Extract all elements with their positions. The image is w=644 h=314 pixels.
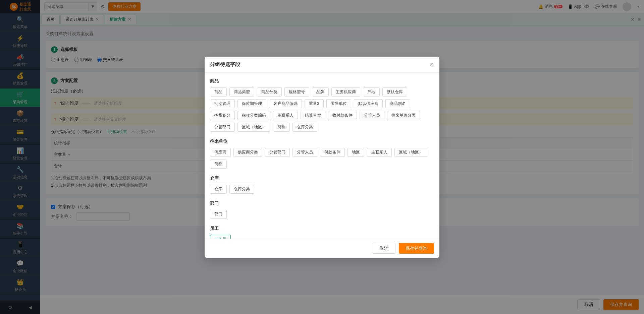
tag-dept[interactable]: 部门 — [210, 210, 227, 219]
tag-default-supplier[interactable]: 默认供应商 — [354, 99, 383, 108]
modal-footer: 取消 保存并查询 — [205, 239, 439, 258]
section-employee-title: 员工 — [210, 226, 434, 232]
modal-dialog: 分组待选字段 ✕ 商品 商品 商品类型 商品分类 规格型号 品牌 主要供应商 产… — [205, 57, 439, 258]
tag-dept-mgmt2[interactable]: 分管部门 — [265, 148, 290, 157]
tag-pick-points[interactable]: 拣货积分 — [210, 111, 235, 120]
tag-warehouse[interactable]: 仓库 — [210, 185, 227, 194]
modal-close-button[interactable]: ✕ — [430, 61, 434, 68]
tag-goods-type[interactable]: 商品类型 — [229, 87, 254, 97]
section-counterpart-tags: 供应商 供应商分类 分管部门 分管人员 付款条件 地区 主联系人 区域（地区） … — [210, 148, 434, 169]
tag-retail-unit[interactable]: 零售单位 — [326, 99, 351, 108]
modal-save-button[interactable]: 保存并查询 — [399, 243, 434, 254]
tag-shelf-life[interactable]: 保质期管理 — [237, 99, 266, 108]
section-dept-tags: 部门 — [210, 210, 434, 219]
tag-counterpart-category[interactable]: 往来单位分类 — [387, 111, 420, 120]
tag-main-contact2[interactable]: 主联系人 — [367, 148, 392, 157]
tag-spec-model[interactable]: 规格型号 — [284, 87, 309, 97]
tag-payment-cond[interactable]: 付款条件 — [320, 148, 345, 157]
section-goods: 商品 商品 商品类型 商品分类 规格型号 品牌 主要供应商 产地 默认仓库 批次… — [210, 78, 434, 132]
tag-supplier[interactable]: 供应商 — [210, 148, 231, 157]
tag-short-name[interactable]: 简称 — [273, 123, 290, 132]
tag-goods[interactable]: 商品 — [210, 87, 227, 97]
tag-region-area[interactable]: 区域（地区） — [394, 148, 427, 157]
modal-header: 分组待选字段 ✕ — [205, 57, 439, 73]
modal-overlay: 分组待选字段 ✕ 商品 商品 商品类型 商品分类 规格型号 品牌 主要供应商 产… — [0, 0, 644, 314]
modal-title: 分组待选字段 — [210, 61, 240, 68]
tag-goods-category[interactable]: 商品分类 — [257, 87, 282, 97]
tag-supervisor2[interactable]: 分管人员 — [292, 148, 317, 157]
section-goods-tags: 商品 商品类型 商品分类 规格型号 品牌 主要供应商 产地 默认仓库 批次管理 … — [210, 87, 434, 132]
tag-supplier-category[interactable]: 供应商分类 — [233, 148, 262, 157]
tag-supervisor[interactable]: 分管人员 — [360, 111, 384, 120]
tag-warehouse-category[interactable]: 仓库分类 — [292, 123, 317, 132]
tag-main-contact[interactable]: 主联系人 — [273, 111, 298, 120]
section-goods-title: 商品 — [210, 78, 434, 84]
modal-body: 商品 商品 商品类型 商品分类 规格型号 品牌 主要供应商 产地 默认仓库 批次… — [205, 73, 439, 239]
tag-region2[interactable]: 地区 — [347, 148, 364, 157]
section-counterpart-title: 往来单位 — [210, 138, 434, 144]
tag-tax-code[interactable]: 税收分类编码 — [237, 111, 270, 120]
tag-default-warehouse[interactable]: 默认仓库 — [382, 87, 407, 97]
tag-dept-mgmt[interactable]: 分管部门 — [210, 123, 235, 132]
tag-origin[interactable]: 产地 — [363, 87, 380, 97]
section-dept: 部门 部门 — [210, 200, 434, 219]
section-dept-title: 部门 — [210, 200, 434, 206]
section-employee: 员工 业务员 — [210, 226, 434, 239]
section-counterpart: 往来单位 供应商 供应商分类 分管部门 分管人员 付款条件 地区 主联系人 区域… — [210, 138, 434, 169]
section-warehouse: 仓库 仓库 仓库分类 — [210, 175, 434, 194]
tag-weight3[interactable]: 重量3 — [305, 99, 324, 108]
tag-short-name2[interactable]: 简称 — [210, 160, 227, 169]
section-warehouse-title: 仓库 — [210, 175, 434, 181]
tag-payment-terms[interactable]: 收付款条件 — [328, 111, 357, 120]
tag-warehouse-cat[interactable]: 仓库分类 — [229, 185, 254, 194]
modal-cancel-button[interactable]: 取消 — [373, 243, 395, 254]
section-employee-tags: 业务员 — [210, 235, 434, 239]
tag-salesperson[interactable]: 业务员 — [210, 235, 231, 239]
tag-brand[interactable]: 品牌 — [312, 87, 329, 97]
tag-batch-mgmt[interactable]: 批次管理 — [210, 99, 235, 108]
tag-settlement-unit[interactable]: 结算单位 — [301, 111, 325, 120]
tag-goods-alias[interactable]: 商品别名 — [385, 99, 410, 108]
section-warehouse-tags: 仓库 仓库分类 — [210, 185, 434, 194]
tag-customer-code[interactable]: 客户商品编码 — [269, 99, 302, 108]
tag-main-supplier[interactable]: 主要供应商 — [331, 87, 360, 97]
tag-region[interactable]: 区域（地区） — [237, 123, 270, 132]
